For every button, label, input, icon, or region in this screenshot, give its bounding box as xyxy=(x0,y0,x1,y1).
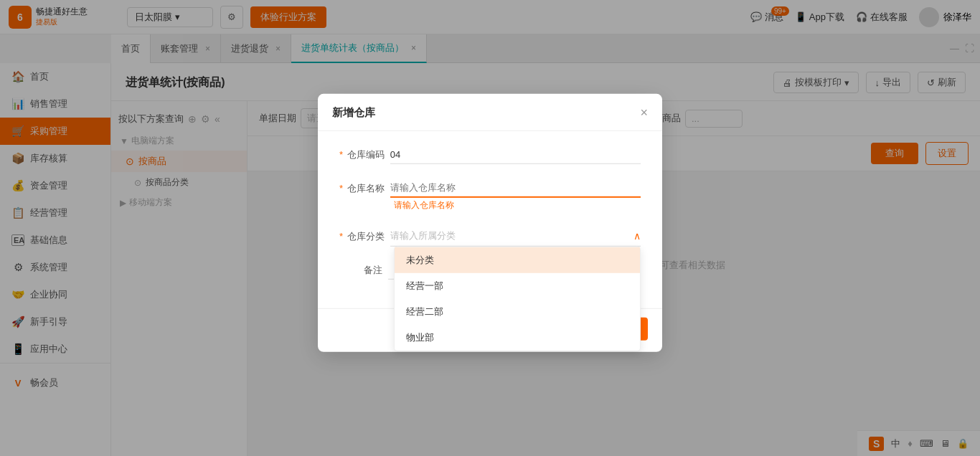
required-star-code: * xyxy=(339,149,343,160)
modal-body: * 仓库编码 * 仓库名称 请输入仓库名称 * 仓库分类 xyxy=(318,131,662,308)
warehouse-code-row: * 仓库编码 xyxy=(339,146,641,164)
warehouse-category-field: * 仓库分类 请输入所属分类 ∧ 未分类 经营一部 经营二部 xyxy=(339,226,641,247)
warehouse-category-label: * 仓库分类 xyxy=(339,229,390,242)
warehouse-name-row: * 仓库名称 xyxy=(339,179,641,198)
category-placeholder: 请输入所属分类 xyxy=(390,229,456,242)
warehouse-name-label: * 仓库名称 xyxy=(339,181,390,194)
modal-header: 新增仓库 × xyxy=(318,94,662,131)
warehouse-code-field: * 仓库编码 xyxy=(339,146,641,164)
warehouse-code-label: * 仓库编码 xyxy=(339,148,390,161)
required-star-name: * xyxy=(339,182,343,193)
dropdown-item-ops2[interactable]: 经营二部 xyxy=(395,299,640,325)
chevron-up-icon: ∧ xyxy=(633,230,641,242)
add-warehouse-modal: 新增仓库 × * 仓库编码 * 仓库名称 请输入仓库名称 xyxy=(318,94,662,352)
warehouse-category-row: * 仓库分类 请输入所属分类 ∧ xyxy=(339,226,641,247)
dropdown-item-unclassified[interactable]: 未分类 xyxy=(395,247,640,273)
modal-close-button[interactable]: × xyxy=(640,105,648,120)
warehouse-name-input[interactable] xyxy=(390,179,641,198)
required-star-category: * xyxy=(339,230,343,241)
dropdown-item-property[interactable]: 物业部 xyxy=(395,325,640,351)
warehouse-category-select[interactable]: 请输入所属分类 ∧ xyxy=(390,226,641,247)
warehouse-name-error: 请输入仓库名称 xyxy=(394,199,641,212)
warehouse-note-label: 备注 xyxy=(339,264,388,277)
category-dropdown: 未分类 经营一部 经营二部 物业部 xyxy=(394,247,641,351)
warehouse-code-input[interactable] xyxy=(390,146,641,164)
dropdown-item-ops1[interactable]: 经营一部 xyxy=(395,273,640,299)
modal-title: 新增仓库 xyxy=(332,106,375,120)
warehouse-name-field: * 仓库名称 请输入仓库名称 xyxy=(339,179,641,212)
